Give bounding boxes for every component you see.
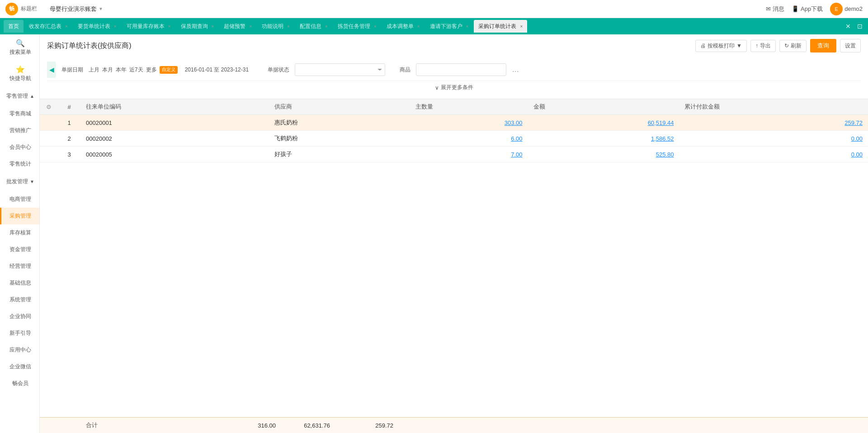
template-print-label: 按模板打印 xyxy=(708,42,735,50)
sidebar-item-system[interactable]: 系统管理 xyxy=(0,291,39,308)
row-num: 3 xyxy=(58,147,80,162)
sidebar-item-purchase[interactable]: 采购管理 xyxy=(0,208,39,224)
settings-button[interactable]: 设置 xyxy=(840,39,861,52)
sidebar-item-retail-stat[interactable]: 零售统计 xyxy=(0,156,39,172)
close-icon[interactable]: × xyxy=(520,24,523,29)
logo-area: 畅 标题栏 xyxy=(5,3,37,15)
sidebar-item-retail-shop[interactable]: 零售商城 xyxy=(0,105,39,122)
sidebar-item-newguide[interactable]: 新手引导 xyxy=(0,325,39,342)
footer-qty: 316.00 xyxy=(240,422,276,429)
col-num: # xyxy=(58,99,80,115)
table-row[interactable]: 1 00020001 惠氏奶粉 303.00 60,519.44 259.72 xyxy=(40,115,868,131)
more-options-icon[interactable]: … xyxy=(512,66,519,74)
tab-yaoqing[interactable]: 邀请下游客户 × xyxy=(425,20,473,33)
close-icon[interactable]: × xyxy=(325,24,328,29)
shortcut-more[interactable]: 更多 xyxy=(146,66,157,74)
tab-baoxiaoqi-label: 保质期查询 xyxy=(181,23,208,30)
goods-filter-label: 商品 xyxy=(400,66,410,74)
row-paid[interactable]: 0.00 xyxy=(679,147,868,162)
sidebar-item-retail-shop-label: 零售商城 xyxy=(9,110,31,118)
date-shortcuts: 上月 本月 本年 近7天 更多 自定义 xyxy=(89,66,178,74)
table-row[interactable]: 2 00020002 飞鹤奶粉 6.00 1,586.52 0.00 xyxy=(40,131,868,147)
date-range-display: 2016-01-01 至 2023-12-31 xyxy=(185,66,249,74)
row-qty[interactable]: 6.00 xyxy=(410,131,528,147)
close-icon[interactable]: × xyxy=(417,24,420,29)
user-area[interactable]: E demo2 xyxy=(830,3,863,15)
nav-close-btn[interactable]: ✕ xyxy=(844,22,853,31)
sidebar-item-inventory[interactable]: 库存核算 xyxy=(0,224,39,241)
template-print-button[interactable]: 🖨 按模板打印 ▼ xyxy=(695,40,747,52)
tab-caigou[interactable]: 采购订单统计表 × xyxy=(474,20,527,33)
sidebar-item-ecommerce[interactable]: 电商管理 xyxy=(0,191,39,208)
message-btn[interactable]: ✉ 消息 xyxy=(766,5,784,13)
row-amount[interactable]: 1,586.52 xyxy=(528,131,679,147)
close-icon[interactable]: × xyxy=(466,24,469,29)
workspace-label: 母婴行业演示账套 xyxy=(50,5,97,13)
tab-home[interactable]: 首页 xyxy=(4,20,24,33)
row-code: 00020005 xyxy=(80,147,269,162)
shortcut-7days[interactable]: 近7天 xyxy=(129,66,143,74)
tab-keyongliang[interactable]: 可用量库存账本 × xyxy=(122,20,175,33)
sidebar-item-operations[interactable]: 经营管理 xyxy=(0,258,39,275)
tab-panhuo[interactable]: 拣货任务管理 × xyxy=(333,20,381,33)
settings-label: 设置 xyxy=(845,43,856,49)
close-icon[interactable]: × xyxy=(212,24,214,29)
tab-chaochu[interactable]: 超储预警 × xyxy=(219,20,256,33)
sidebar-item-enterprise[interactable]: 企业协同 xyxy=(0,308,39,325)
app-download-btn[interactable]: 📱 App下载 xyxy=(792,5,823,13)
filter-bar: ◀ 单据日期 上月 本月 本年 近7天 更多 自定义 2016-01-01 至 … xyxy=(40,57,868,99)
row-paid[interactable]: 259.72 xyxy=(679,115,868,131)
table-row[interactable]: 3 00020005 好孩子 7.00 525.80 0.00 xyxy=(40,147,868,162)
tab-chengben[interactable]: 成本调整单 × xyxy=(382,20,425,33)
close-icon[interactable]: × xyxy=(287,24,290,29)
row-qty[interactable]: 7.00 xyxy=(410,147,528,162)
sidebar-item-search-label: 搜索菜单 xyxy=(9,48,31,56)
tab-baoxiaoqi[interactable]: 保质期查询 × xyxy=(176,20,219,33)
close-icon[interactable]: × xyxy=(168,24,171,29)
tab-peizhi[interactable]: 配置信息 × xyxy=(295,20,332,33)
table-container: ⚙ # 往来单位编码 供应商 主数量 金额 累计付款金额 1 00020 xyxy=(40,99,868,417)
print-icon: 🖨 xyxy=(700,43,706,49)
sidebar-item-retail[interactable]: 零售管理 ▲ xyxy=(0,87,39,105)
row-amount[interactable]: 525.80 xyxy=(528,147,679,162)
row-settings xyxy=(40,147,58,162)
status-select[interactable] xyxy=(295,63,385,76)
sidebar-item-quicknav[interactable]: ⭐ 快捷导航 xyxy=(0,61,39,87)
expand-more-btn[interactable]: ∨ 展开更多条件 xyxy=(47,81,861,94)
tab-home-label: 首页 xyxy=(8,23,19,30)
close-icon[interactable]: × xyxy=(374,24,377,29)
sidebar-item-wechat[interactable]: 企业微信 xyxy=(0,358,39,375)
row-amount[interactable]: 60,519.44 xyxy=(528,115,679,131)
goods-input[interactable] xyxy=(416,63,506,76)
sidebar-item-wholesale[interactable]: 批发管理 ▼ xyxy=(0,172,39,191)
workspace-selector[interactable]: 母婴行业演示账套 ▼ xyxy=(50,5,103,13)
settings-col-icon[interactable]: ⚙ xyxy=(46,104,52,110)
sidebar-item-member2[interactable]: 畅会员 xyxy=(0,375,39,392)
filter-toggle-btn[interactable]: ◀ xyxy=(47,62,56,78)
custom-date-badge[interactable]: 自定义 xyxy=(160,66,178,74)
close-icon[interactable]: × xyxy=(65,24,68,29)
table-area-wrapper: ⚙ # 往来单位编码 供应商 主数量 金额 累计付款金额 1 00020 xyxy=(40,99,868,417)
row-qty[interactable]: 303.00 xyxy=(410,115,528,131)
sidebar-item-search[interactable]: 🔍 搜索菜单 xyxy=(0,34,39,61)
chevron-down-icon: ▼ xyxy=(30,179,34,184)
search-button[interactable]: 查询 xyxy=(810,39,836,52)
sidebar-item-finance[interactable]: 资金管理 xyxy=(0,241,39,258)
shortcut-last-month[interactable]: 上月 xyxy=(89,66,99,74)
shortcut-this-month[interactable]: 本月 xyxy=(102,66,113,74)
logo-text: 标题栏 xyxy=(21,5,37,13)
sidebar-item-appstore[interactable]: 应用中心 xyxy=(0,342,39,358)
tab-gongneng[interactable]: 功能说明 × xyxy=(257,20,294,33)
sidebar-item-member[interactable]: 会员中心 xyxy=(0,139,39,156)
close-icon[interactable]: × xyxy=(114,24,117,29)
refresh-button[interactable]: ↻ 刷新 xyxy=(779,40,807,52)
nav-maximize-btn[interactable]: ⊡ xyxy=(855,22,864,31)
tab-shoufaquan[interactable]: 收发存汇总表 × xyxy=(24,20,72,33)
row-paid[interactable]: 0.00 xyxy=(679,131,868,147)
close-icon[interactable]: × xyxy=(249,24,252,29)
export-button[interactable]: ↑ 导出 xyxy=(750,40,776,52)
tab-yaohuo[interactable]: 要货单统计表 × xyxy=(73,20,121,33)
sidebar-item-marketing[interactable]: 营销推广 xyxy=(0,122,39,139)
shortcut-this-year[interactable]: 本年 xyxy=(116,66,127,74)
sidebar-item-basics[interactable]: 基础信息 xyxy=(0,275,39,291)
